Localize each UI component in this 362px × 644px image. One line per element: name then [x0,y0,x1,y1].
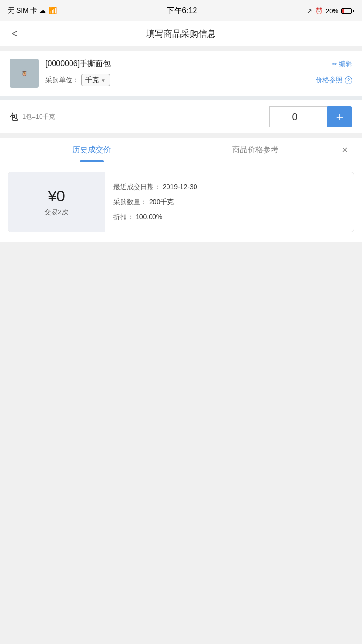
product-name-row: [0000006]手撕面包 ✏ 编辑 [45,59,352,69]
tab-bar: 历史成交价 商品价格参考 × [0,138,362,162]
battery-indicator [341,8,354,14]
qty-value: 200千克 [149,198,174,206]
quantity-plus-button[interactable]: + [327,106,352,127]
product-thumb-icon: 🦉 [21,71,27,76]
date-label: 最近成交日期： [113,183,161,191]
unit-label: 采购单位： 千克 ▼ [45,74,110,86]
quantity-conversion: 1包=10千克 [22,112,55,121]
dropdown-arrow-icon: ▼ [101,78,106,83]
transaction-price: ¥0 [48,187,65,205]
tab-close-button[interactable]: × [337,140,352,160]
discount-label: 折扣： [113,213,134,221]
price-reference-button[interactable]: 价格参照 ? [316,76,352,84]
product-thumbnail: 🦉 [10,59,39,88]
alarm-icon: ⏰ [315,7,323,14]
purchase-qty-row: 采购数量： 200千克 [113,197,345,207]
wifi-icon: 📶 [49,7,57,14]
plus-icon: + [336,110,343,125]
nav-bar: < 填写商品采购信息 [0,21,362,46]
status-time: 下午6:12 [167,6,197,16]
product-full-name: [0000006]手撕面包 [45,59,111,69]
tab-content: ¥0 交易2次 最近成交日期： 2019-12-30 采购数量： 200千克 折… [0,162,362,242]
section-divider [0,96,362,100]
unit-value: 千克 [85,76,99,84]
edit-label: 编辑 [339,60,352,69]
edit-button[interactable]: ✏ 编辑 [332,60,352,69]
unit-select-dropdown[interactable]: 千克 ▼ [81,74,110,86]
transaction-count: 交易2次 [44,208,69,217]
product-details: [0000006]手撕面包 ✏ 编辑 采购单位： 千克 ▼ 价格参照 ? [45,59,352,86]
status-right: ↗ ⏰ 20% [307,7,354,14]
quantity-unit: 包 [10,111,18,123]
info-icon: ? [345,76,352,84]
sim-label: 无 SIM 卡 ☁ [8,6,46,15]
qty-label: 采购数量： [113,198,147,206]
back-button[interactable]: < [8,24,22,44]
page-title: 填写商品采购信息 [146,28,216,40]
status-left: 无 SIM 卡 ☁ 📶 [8,6,57,15]
battery-percent: 20% [326,7,338,14]
card-details-panel: 最近成交日期： 2019-12-30 采购数量： 200千克 折扣： 100.0… [105,172,354,232]
status-bar: 无 SIM 卡 ☁ 📶 下午6:12 ↗ ⏰ 20% [0,0,362,21]
date-value: 2019-12-30 [163,183,197,191]
location-icon: ↗ [307,7,312,14]
bottom-panel: 历史成交价 商品价格参考 × ¥0 交易2次 最近成交日期： 2019-12-3… [0,138,362,242]
price-ref-label: 价格参照 [316,76,343,84]
tab-history-price[interactable]: 历史成交价 [10,138,173,162]
quantity-input[interactable] [269,106,327,127]
tab-product-price-ref[interactable]: 商品价格参考 [173,138,337,162]
quantity-control: + [269,106,352,127]
quantity-label-box: 包 1包=10千克 [10,111,55,123]
unit-row: 采购单位： 千克 ▼ 价格参照 ? [45,74,352,86]
edit-icon: ✏ [332,60,337,68]
history-transaction-card: ¥0 交易2次 最近成交日期： 2019-12-30 采购数量： 200千克 折… [8,172,354,232]
quantity-row: 包 1包=10千克 + [0,100,362,133]
discount-value: 100.00% [136,213,162,221]
card-price-panel: ¥0 交易2次 [8,172,105,232]
discount-row: 折扣： 100.00% [113,212,345,222]
product-section: 🦉 [0000006]手撕面包 ✏ 编辑 采购单位： 千克 ▼ 价格参照 ? [0,51,362,96]
transaction-date-row: 最近成交日期： 2019-12-30 [113,182,345,192]
